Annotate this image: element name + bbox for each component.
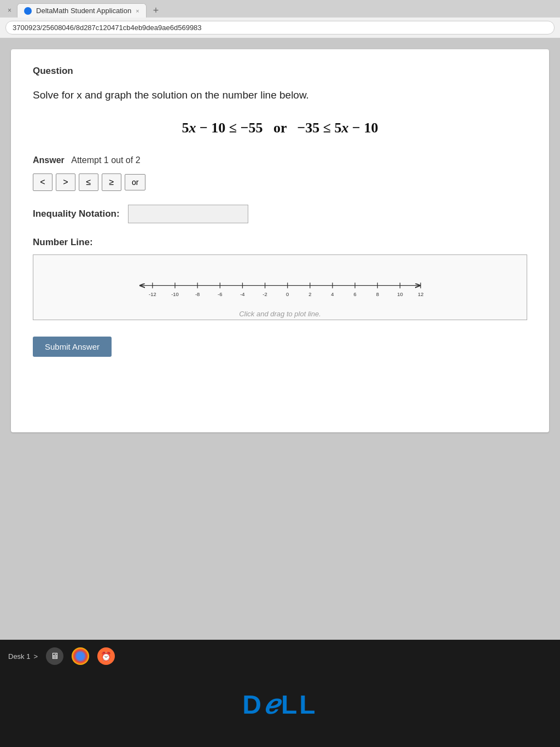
svg-text:8: 8 [376, 291, 379, 297]
svg-text:-10: -10 [171, 291, 179, 297]
less-than-button[interactable]: < [33, 173, 52, 191]
leq-button[interactable]: ≤ [79, 173, 98, 191]
answer-section: Answer Attempt 1 out of 2 < > ≤ ≥ or Ine… [33, 155, 527, 357]
dell-logo: DℯLL [242, 689, 317, 720]
number-line-box[interactable]: -12 -10 -8 -6 -4 [33, 254, 527, 320]
svg-text:-2: -2 [262, 291, 267, 297]
taskbar: Desk 1 > 🖥 ⏰ [0, 640, 560, 673]
notation-label: Inequality Notation: [33, 209, 120, 219]
geq-button[interactable]: ≥ [102, 173, 121, 191]
tab-favicon [24, 7, 32, 15]
page-content: Question Solve for x and graph the solut… [0, 38, 560, 640]
desk-text: Desk 1 [8, 652, 30, 661]
svg-text:-8: -8 [195, 291, 200, 297]
svg-text:2: 2 [308, 291, 311, 297]
tab-bar: × DeltaMath Student Application × + [0, 0, 560, 18]
question-card: Question Solve for x and graph the solut… [11, 49, 549, 432]
attempt-label: Attempt 1 out of 2 [71, 155, 140, 165]
notation-row: Inequality Notation: [33, 205, 527, 223]
submit-answer-button[interactable]: Submit Answer [33, 337, 112, 357]
monitor-icon[interactable]: 🖥 [46, 647, 63, 665]
desk-label: Desk 1 > [8, 652, 38, 661]
answer-label: Answer [33, 155, 65, 165]
dell-footer: DℯLL [0, 673, 560, 747]
equation-display: 5x − 10 ≤ −55 or −35 ≤ 5x − 10 [33, 120, 527, 136]
svg-text:6: 6 [354, 291, 357, 297]
question-label: Question [33, 66, 527, 77]
number-line-section: Number Line: [33, 237, 527, 320]
active-tab[interactable]: DeltaMath Student Application × [17, 3, 147, 18]
number-line-hint: Click and drag to plot line. [44, 310, 516, 318]
desk-chevron: > [33, 652, 38, 661]
number-line-svg: -12 -10 -8 -6 -4 [44, 271, 516, 304]
inequality-buttons-row: < > ≤ ≥ or [33, 173, 527, 191]
question-instruction: Solve for x and graph the solution on th… [33, 88, 527, 103]
chrome-icon[interactable] [72, 647, 89, 665]
svg-text:10: 10 [397, 291, 402, 297]
svg-text:-6: -6 [218, 291, 222, 297]
browser-chrome: × DeltaMath Student Application × + [0, 0, 560, 38]
greater-than-button[interactable]: > [56, 173, 75, 191]
clock-icon[interactable]: ⏰ [97, 647, 115, 665]
address-bar [0, 18, 560, 38]
svg-text:-12: -12 [149, 291, 156, 297]
new-tab-button[interactable]: + [149, 4, 164, 18]
tab-title: DeltaMath Student Application [36, 7, 131, 15]
number-line-label: Number Line: [33, 237, 527, 248]
dell-logo-text: DℯLL [242, 690, 317, 719]
notation-input[interactable] [128, 205, 248, 223]
tab-close-icon[interactable]: × [136, 8, 139, 14]
svg-text:0: 0 [286, 291, 289, 297]
address-input[interactable] [5, 21, 555, 34]
svg-text:-4: -4 [240, 291, 244, 297]
window-close-button[interactable]: × [4, 5, 15, 15]
svg-text:4: 4 [331, 291, 334, 297]
svg-text:12: 12 [418, 291, 423, 297]
or-button[interactable]: or [125, 174, 145, 190]
answer-header: Answer Attempt 1 out of 2 [33, 155, 527, 165]
